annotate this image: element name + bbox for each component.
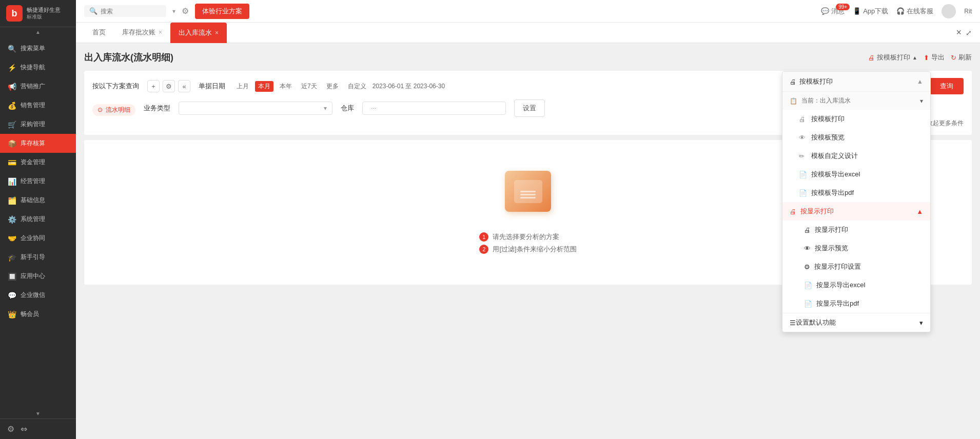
dropdown-header-title: 🖨 按模板打印 (790, 77, 833, 86)
sidebar-item-collab[interactable]: 🤝 企业协同 (0, 229, 76, 248)
sidebar-item-vip[interactable]: 👑 畅会员 (0, 305, 76, 324)
page-content: 出入库流水(流水明细) 🖨 按模板打印 ▲ ⬆ 导出 ↻ 刷新 (76, 43, 980, 439)
dropdown-print-by-template[interactable]: 🖨 按模板打印 (782, 110, 930, 128)
page-title: 出入库流水(流水明细) (84, 51, 173, 64)
settings-display-icon: ⚙ (804, 263, 810, 271)
dropdown-print-settings-display[interactable]: ⚙ 按显示打印设置 (782, 257, 930, 276)
date-last-month[interactable]: 上月 (233, 81, 252, 92)
sidebar-item-sales[interactable]: 💰 销售管理 (0, 96, 76, 115)
inventory-icon: 📦 (7, 139, 16, 148)
app-edition: 标准版 (27, 13, 61, 21)
page-actions-area: 🖨 按模板打印 ▲ ⬆ 导出 ↻ 刷新 🖨 (868, 53, 972, 62)
wechat-icon: 💬 (7, 291, 16, 300)
warehouse-more-icon[interactable]: ··· (371, 105, 376, 112)
dropdown-preview-by-template[interactable]: 👁 按模板预览 (782, 128, 930, 147)
sales-icon: 💰 (7, 102, 16, 110)
guide-icon: 🎓 (7, 253, 16, 262)
search-icon: 🔍 (89, 7, 97, 15)
step-2-text: 用[过滤]条件来缩小分析范围 (493, 245, 576, 254)
preview-template-icon: 👁 (799, 134, 807, 142)
page-header: 出入库流水(流水明细) 🖨 按模板打印 ▲ ⬆ 导出 ↻ 刷新 (84, 51, 972, 64)
dropdown-export-pdf-display[interactable]: 📄 按显示导出pdf (782, 294, 930, 313)
dropdown-export-excel-display[interactable]: 📄 按显示导出excel (782, 276, 930, 294)
pdf-display-icon: 📄 (804, 300, 812, 308)
current-chevron-icon: ▾ (920, 97, 923, 105)
sidebar-item-system[interactable]: ⚙️ 系统管理 (0, 210, 76, 229)
app-download-button[interactable]: 📱 App下载 (853, 7, 888, 16)
search-input[interactable] (101, 8, 161, 15)
sidebar-item-search[interactable]: 🔍 搜索菜单 (0, 39, 76, 58)
print-chevron-icon: ▲ (912, 55, 917, 61)
purchase-icon: 🛒 (7, 121, 16, 129)
sidebar-scroll-up[interactable]: ▲ (0, 27, 76, 37)
query-button[interactable]: 查询 (930, 78, 964, 94)
business-icon: 📊 (7, 177, 16, 186)
date-this-year[interactable]: 本年 (277, 81, 295, 92)
business-type-select[interactable]: ▾ (179, 102, 332, 115)
sidebar: b 畅捷通好生意 标准版 ▲ 🔍 搜索菜单 ⚡ 快捷导航 📢 营销推广 💰 销售… (0, 0, 76, 439)
close-all-tabs-button[interactable]: × (956, 27, 962, 38)
dropdown-collapse-icon[interactable]: ▲ (917, 78, 923, 85)
dropdown-display-print-section[interactable]: 🖨 按显示打印 ▲ (782, 202, 930, 221)
maximize-tab-button[interactable]: ⤢ (966, 29, 972, 37)
message-button[interactable]: 💬 消息 99+ (821, 7, 845, 16)
step-1-number: 1 (479, 232, 488, 242)
tab-inventory-flow[interactable]: 出入库流水 × (170, 23, 227, 43)
filter-chips-area: ⊙ 流水明细 (92, 104, 135, 116)
sidebar-item-guide[interactable]: 🎓 新手引导 (0, 248, 76, 267)
settings-gear-icon[interactable]: ⚙ (182, 6, 189, 16)
settings-bottom-icon[interactable]: ⚙ (7, 424, 14, 434)
export-icon: ⬆ (924, 54, 929, 62)
active-filter-chip: ⊙ 流水明细 (92, 104, 135, 116)
collapse-filter-button[interactable]: « (178, 80, 190, 92)
export-button[interactable]: ⬆ 导出 (924, 53, 945, 62)
tab-home[interactable]: 首页 (84, 23, 114, 43)
collapse-sidebar-icon[interactable]: ⇔ (21, 424, 27, 434)
dropdown-preview-by-display[interactable]: 👁 按显示预览 (782, 239, 930, 257)
sidebar-item-marketing[interactable]: 📢 营销推广 (0, 77, 76, 96)
tab-batch-account[interactable]: 库存批次账 × (114, 23, 170, 43)
dropdown-design-template[interactable]: ✏ 模板自定义设计 (782, 147, 930, 165)
header-search-box[interactable]: 🔍 (84, 5, 166, 17)
print-header-icon: 🖨 (790, 78, 796, 86)
sidebar-item-quicknav[interactable]: ⚡ 快捷导航 (0, 58, 76, 77)
sidebar-item-inventory[interactable]: 📦 库存核算 (0, 134, 76, 153)
sidebar-item-apps[interactable]: 🔲 应用中心 (0, 267, 76, 286)
sidebar-item-business[interactable]: 📊 经营管理 (0, 172, 76, 191)
online-service-button[interactable]: 🎧 在线客服 (896, 7, 933, 16)
dropdown-export-pdf-template[interactable]: 📄 按模板导出pdf (782, 184, 930, 202)
headset-icon: 🎧 (896, 7, 905, 15)
dropdown-header: 🖨 按模板打印 ▲ (782, 72, 930, 92)
close-inventory-flow-tab[interactable]: × (215, 29, 219, 36)
dropdown-set-default[interactable]: ☰ 设置默认功能 ▾ (782, 313, 930, 332)
date-7days[interactable]: 近7天 (298, 81, 320, 92)
dropdown-print-by-display[interactable]: 🖨 按显示打印 (782, 221, 930, 239)
filter-actions-area: + ⚙ « (147, 80, 190, 92)
sidebar-item-finance[interactable]: 💳 资金管理 (0, 153, 76, 172)
sidebar-item-purchase[interactable]: 🛒 采购管理 (0, 115, 76, 134)
filter-settings-button[interactable]: ⚙ (163, 80, 175, 92)
date-more[interactable]: 更多 (323, 81, 342, 92)
display-print-section-icon: 🖨 (790, 208, 796, 215)
preview-display-icon: 👁 (804, 245, 811, 252)
excel-template-icon: 📄 (799, 171, 807, 178)
header: 🔍 ▾ ⚙ 体验行业方案 💬 消息 99+ 📱 App下载 🎧 在线客服 Rit (76, 0, 980, 23)
date-custom[interactable]: 自定义 (345, 81, 369, 92)
add-filter-button[interactable]: + (147, 80, 160, 92)
date-this-month[interactable]: 本月 (255, 81, 273, 92)
sidebar-item-wechat[interactable]: 💬 企业微信 (0, 286, 76, 305)
setting-button[interactable]: 设置 (514, 99, 545, 117)
print-template-button[interactable]: 🖨 按模板打印 ▲ (868, 53, 917, 62)
refresh-button[interactable]: ↻ 刷新 (951, 53, 972, 62)
print-dropdown-panel: 🖨 按模板打印 ▲ 📋 当前：出入库流水 ▾ 🖨 按模板打印 (782, 71, 931, 332)
sidebar-logo: b 畅捷通好生意 标准版 (0, 0, 76, 27)
sidebar-scroll-down[interactable]: ▼ (0, 409, 76, 418)
dropdown-export-excel-template[interactable]: 📄 按模板导出excel (782, 165, 930, 184)
warehouse-select[interactable]: ··· (362, 102, 506, 115)
trial-button[interactable]: 体验行业方案 (195, 4, 249, 19)
quicknav-icon: ⚡ (7, 64, 16, 72)
username-label: Rit (964, 8, 972, 15)
close-batch-account-tab[interactable]: × (159, 29, 162, 36)
sidebar-item-basic[interactable]: 🗂️ 基础信息 (0, 191, 76, 210)
header-right-area: 💬 消息 99+ 📱 App下载 🎧 在线客服 Rit (821, 4, 972, 18)
